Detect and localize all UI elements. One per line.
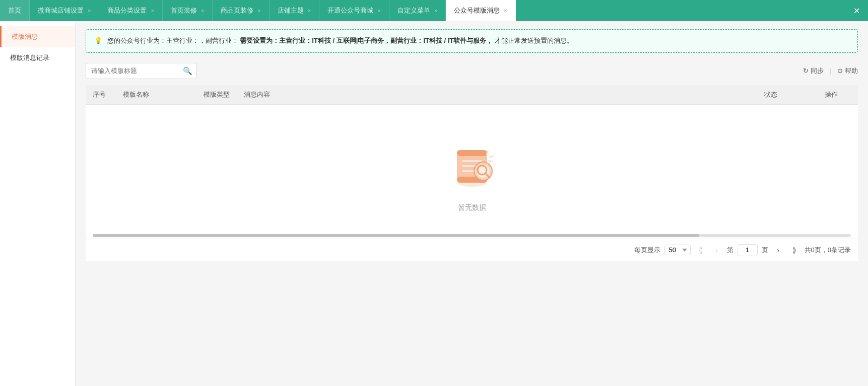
page-number-input[interactable]: [738, 244, 758, 256]
search-input[interactable]: [86, 63, 196, 79]
search-bar: 🔍 ↻ 同步 | ⊙ 帮助: [86, 63, 858, 79]
tab-custom-menu-close[interactable]: ×: [434, 8, 437, 14]
empty-illustration: [442, 135, 502, 195]
col-header-name: 模版名称: [116, 85, 196, 105]
scrollbar-thumb[interactable]: [93, 234, 699, 237]
table-container: 序号 模版名称 模版类型 消息内容 状态 操作: [86, 85, 858, 261]
col-header-status: 状态: [757, 85, 818, 105]
sidebar-item-template-msg-record[interactable]: 模版消息记录: [0, 47, 75, 68]
prev-page-button[interactable]: ‹: [711, 244, 723, 256]
content-area: 💡 您的公众号行业为：主营行业：，副营行业： 需要设置为：主营行业：IT科技 /…: [76, 21, 868, 386]
tab-homepage-decorate-label: 首页装修: [171, 6, 197, 15]
search-input-wrapper: 🔍: [86, 63, 196, 79]
tab-open-shop-close[interactable]: ×: [377, 8, 380, 14]
tab-homepage-decorate[interactable]: 首页装修 ×: [163, 0, 213, 21]
notice-highlight: 需要设置为：主营行业：IT科技 / 互联网|电子商务，副营行业：IT科技 / I…: [240, 37, 493, 44]
last-page-button[interactable]: ⟫: [788, 244, 800, 256]
page-suffix: 页: [762, 246, 768, 255]
tab-product-decorate-close[interactable]: ×: [257, 8, 260, 14]
empty-state: 暂无数据: [86, 105, 858, 233]
tab-micro-shop-close[interactable]: ×: [88, 8, 91, 14]
tab-product-category-close[interactable]: ×: [151, 8, 154, 14]
scrollbar-container: [86, 233, 858, 239]
data-table: 序号 模版名称 模版类型 消息内容 状态 操作: [86, 85, 858, 105]
total-info: 共0页，0条记录: [805, 246, 851, 255]
main-layout: 模版消息 模版消息记录 💡 您的公众号行业为：主营行业：，副营行业： 需要设置为…: [0, 21, 868, 386]
tab-product-category-label: 商品分类设置: [107, 6, 147, 15]
tab-open-shop[interactable]: 开通公众号商城 ×: [319, 0, 389, 21]
help-icon: ⊙: [837, 67, 843, 74]
tab-home-label: 首页: [8, 6, 21, 15]
search-button[interactable]: 🔍: [183, 66, 192, 75]
tab-template-msg[interactable]: 公众号模版消息 ×: [446, 0, 515, 21]
sync-label: 同步: [811, 66, 824, 75]
next-page-button[interactable]: ›: [772, 244, 784, 256]
col-header-index: 序号: [86, 85, 116, 105]
sidebar-item-template-msg[interactable]: 模版消息: [0, 26, 75, 47]
tab-custom-menu-label: 自定义菜单: [397, 6, 430, 15]
col-header-content: 消息内容: [237, 85, 757, 105]
first-page-button[interactable]: ⟪: [695, 244, 707, 256]
tab-template-msg-close[interactable]: ×: [504, 8, 507, 14]
notice-prefix: 您的公众号行业为：主营行业：，副营行业：: [107, 37, 238, 44]
tab-product-decorate-label: 商品页装修: [221, 6, 253, 15]
notice-suffix: 才能正常发送预置的消息。: [495, 37, 573, 44]
empty-text: 暂无数据: [458, 203, 486, 212]
svg-rect-2: [457, 150, 487, 156]
notice-banner: 💡 您的公众号行业为：主营行业：，副营行业： 需要设置为：主营行业：IT科技 /…: [86, 29, 858, 53]
tab-micro-shop-label: 微商城店铺设置: [38, 6, 84, 15]
table-head: 序号 模版名称 模版类型 消息内容 状态 操作: [86, 85, 858, 105]
sync-icon: ↻: [803, 67, 809, 74]
tab-shop-theme[interactable]: 店铺主题 ×: [270, 0, 319, 21]
tab-product-decorate[interactable]: 商品页装修 ×: [213, 0, 269, 21]
sync-button[interactable]: ↻ 同步: [803, 66, 824, 75]
sidebar-item-template-msg-label: 模版消息: [12, 33, 38, 40]
tab-shop-theme-close[interactable]: ×: [308, 8, 311, 14]
table-header-row: 序号 模版名称 模版类型 消息内容 状态 操作: [86, 85, 858, 105]
tab-open-shop-label: 开通公众号商城: [327, 6, 373, 15]
toolbar-divider: |: [830, 67, 831, 74]
help-button[interactable]: ⊙ 帮助: [837, 66, 858, 75]
scrollbar-track[interactable]: [93, 234, 851, 237]
sidebar-item-template-msg-record-label: 模版消息记录: [10, 54, 49, 61]
page-size-select[interactable]: 50 10 20 100: [664, 245, 691, 255]
notice-icon: 💡: [94, 37, 102, 44]
sidebar: 模版消息 模版消息记录: [0, 21, 76, 386]
tab-template-msg-label: 公众号模版消息: [454, 6, 500, 15]
page-label: 第: [727, 246, 733, 255]
tab-homepage-decorate-close[interactable]: ×: [201, 8, 204, 14]
toolbar-right: ↻ 同步 | ⊙ 帮助: [803, 66, 858, 75]
pagination: 每页显示 50 10 20 100 ⟪ ‹ 第 页 › ⟫ 共0页，0条记录: [86, 239, 858, 261]
page-size-label: 每页显示: [634, 246, 660, 255]
tab-bar: 首页 微商城店铺设置 × 商品分类设置 × 首页装修 × 商品页装修 × 店铺主…: [0, 0, 868, 21]
col-header-action: 操作: [818, 85, 858, 105]
close-all-button[interactable]: ✕: [845, 6, 868, 16]
tab-micro-shop[interactable]: 微商城店铺设置 ×: [30, 0, 99, 21]
tab-home[interactable]: 首页: [0, 0, 30, 21]
help-label: 帮助: [845, 66, 858, 75]
col-header-type: 模版类型: [196, 85, 237, 105]
svg-line-12: [490, 156, 493, 157]
tab-custom-menu[interactable]: 自定义菜单 ×: [389, 0, 446, 21]
tab-product-category[interactable]: 商品分类设置 ×: [99, 0, 162, 21]
tab-shop-theme-label: 店铺主题: [278, 6, 304, 15]
